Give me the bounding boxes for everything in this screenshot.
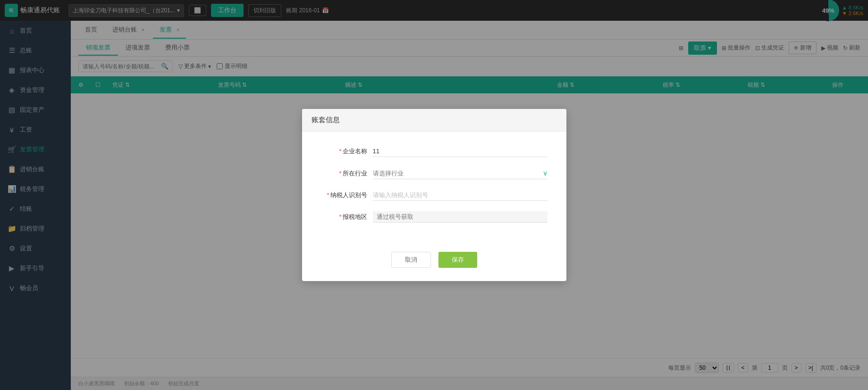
modal-footer: 取消 保存 <box>302 247 566 281</box>
modal-body: *企业名称 *所在行业 ∨ *纳税人识别号 <box>302 132 566 247</box>
industry-select-wrapper[interactable]: ∨ <box>373 167 548 179</box>
taxregion-label: *报税地区 <box>321 213 373 221</box>
save-button[interactable]: 保存 <box>438 252 477 268</box>
modal-title: 账套信息 <box>312 116 340 124</box>
modal-header: 账套信息 <box>302 109 566 132</box>
industry-select-input[interactable] <box>373 170 543 177</box>
modal-overlay: 账套信息 *企业名称 *所在行业 ∨ <box>0 0 868 390</box>
industry-label: *所在行业 <box>321 169 373 178</box>
chevron-down-icon: ∨ <box>543 169 548 177</box>
company-name-input[interactable] <box>373 146 548 157</box>
account-info-modal: 账套信息 *企业名称 *所在行业 ∨ <box>302 109 566 281</box>
cancel-button[interactable]: 取消 <box>391 252 431 268</box>
form-row-taxregion: *报税地区 <box>321 211 548 223</box>
taxregion-input <box>373 211 548 223</box>
taxid-input[interactable] <box>373 190 548 201</box>
form-row-taxid: *纳税人识别号 <box>321 190 548 201</box>
company-label: *企业名称 <box>321 147 373 156</box>
form-row-company: *企业名称 <box>321 146 548 157</box>
form-row-industry: *所在行业 ∨ <box>321 167 548 179</box>
taxid-label: *纳税人识别号 <box>321 191 373 199</box>
